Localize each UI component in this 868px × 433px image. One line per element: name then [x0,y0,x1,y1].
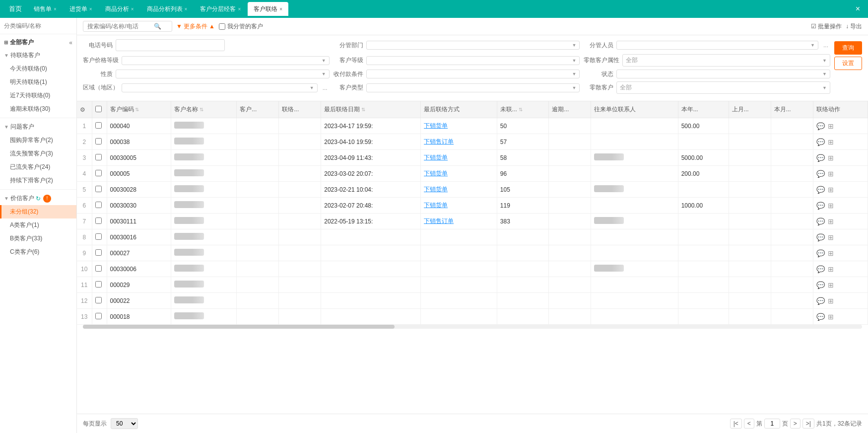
nav-tab-analysis[interactable]: 商品分析 × [99,2,140,16]
qr-icon[interactable]: ⊞ [828,265,834,273]
price-level-select[interactable]: ▼ [122,56,330,65]
refresh-icon[interactable]: ↻ [36,195,41,202]
contact-way-link[interactable]: 下销货单 [424,186,448,193]
region-select[interactable]: ▼ [122,83,318,92]
comment-icon[interactable]: 💬 [816,297,825,305]
row-checkbox[interactable] [95,313,102,319]
collapse-button[interactable]: « [69,39,72,46]
contact-way-link[interactable]: 下销货单 [424,202,448,209]
comment-icon[interactable]: 💬 [816,186,825,194]
sidebar-item-churned[interactable]: 已流失客户(24) [0,160,76,174]
col-name[interactable]: 客户名称 [171,101,237,118]
first-page-button[interactable]: |< [730,419,742,429]
select-all-checkbox[interactable] [95,106,102,112]
contact-way-link[interactable]: 下销售订单 [424,217,454,224]
comment-icon[interactable]: 💬 [816,122,825,130]
export-button[interactable]: ↓ 导出 [846,22,862,31]
sidebar-item-today-pending[interactable]: 今天待联络(0) [0,62,76,75]
row-checkbox[interactable] [95,138,102,144]
nav-tab-sales[interactable]: 销售单 × [28,2,63,16]
comment-icon[interactable]: 💬 [816,170,825,178]
row-checkbox[interactable] [95,249,102,256]
close-all-button[interactable]: × [852,4,864,13]
per-page-select[interactable]: 50 100 200 [111,418,138,429]
last-page-button[interactable]: >| [802,419,814,429]
col-code[interactable]: 客户编码 [107,101,171,118]
pending-group[interactable]: ▼ 待联络客户 [0,49,76,62]
qr-icon[interactable]: ⊞ [828,202,834,210]
filter-search-icon[interactable]: 🔍 [154,23,161,30]
gear-icon[interactable]: ⚙ [80,106,85,113]
row-checkbox[interactable] [95,202,102,208]
next-page-button[interactable]: > [790,419,801,429]
comment-icon[interactable]: 💬 [816,154,825,162]
close-icon[interactable]: × [131,6,134,12]
row-checkbox[interactable] [95,170,102,176]
my-customers-checkbox[interactable] [219,23,225,30]
close-icon[interactable]: × [279,6,282,12]
comment-icon[interactable]: 💬 [816,138,825,146]
row-checkbox[interactable] [95,122,102,129]
sidebar-search-input[interactable] [4,22,77,29]
comment-icon[interactable]: 💬 [816,313,825,321]
payment-select[interactable]: ▼ [366,70,580,78]
qr-icon[interactable]: ⊞ [828,281,834,289]
nav-tab-purchase[interactable]: 进货单 × [64,2,98,16]
all-customers-header[interactable]: ⊞ 全部客户 « [0,34,76,49]
comment-icon[interactable]: 💬 [816,233,825,241]
contact-way-link[interactable]: 下销货单 [424,154,448,161]
row-checkbox[interactable] [95,217,102,224]
sidebar-item-churn-warning[interactable]: 流失预警客户(3) [0,147,76,160]
row-checkbox[interactable] [95,281,102,288]
qr-icon[interactable]: ⊞ [828,154,834,162]
row-checkbox[interactable] [95,265,102,272]
score-group[interactable]: ▼ 价信客户 ↻ ! [0,192,76,205]
phone-input[interactable] [116,39,225,51]
manager-select[interactable]: ▼ [616,41,818,50]
qr-icon[interactable]: ⊞ [828,122,834,130]
problem-group[interactable]: ▼ 问题客户 [0,120,76,134]
more-conditions-button[interactable]: ▼ 更多条件 ▲ [176,22,215,31]
row-checkbox[interactable] [95,233,102,240]
comment-icon[interactable]: 💬 [816,281,825,289]
qr-icon[interactable]: ⊞ [828,233,834,241]
sidebar-item-ungroups[interactable]: 未分组(32) [0,205,76,218]
more-button[interactable]: ... [821,42,830,49]
customer-level-select[interactable]: ▼ [366,56,580,65]
qr-icon[interactable]: ⊞ [828,313,834,321]
retail-customer-select[interactable]: 全部 ▼ [616,81,830,94]
qr-icon[interactable]: ⊞ [828,138,834,146]
close-icon[interactable]: × [89,6,92,12]
close-icon[interactable]: × [54,6,57,12]
sidebar-item-c-class[interactable]: C类客户(6) [0,245,76,259]
close-icon[interactable]: × [238,6,241,12]
reset-button[interactable]: 设置 [834,57,862,70]
comment-icon[interactable]: 💬 [816,249,825,257]
row-checkbox[interactable] [95,186,102,192]
col-gear[interactable]: ⚙ [77,101,92,118]
query-button[interactable]: 查询 [834,41,862,55]
retail-attr-select[interactable]: 全部 ▼ [622,54,830,67]
scrollbar-thumb[interactable] [83,325,395,329]
contact-way-link[interactable]: 下销货单 [424,122,448,129]
sidebar-item-abnormal[interactable]: 囤购异常客户(2) [0,134,76,147]
customer-type-select[interactable]: ▼ [366,83,580,92]
qr-icon[interactable]: ⊞ [828,249,834,257]
nav-tab-contact[interactable]: 客户联络 × [248,2,288,16]
comment-icon[interactable]: 💬 [816,217,825,225]
comment-icon[interactable]: 💬 [816,202,825,210]
dept-select[interactable]: ▼ [366,41,580,50]
nav-tab-analysis-list[interactable]: 商品分析列表 × [141,2,194,16]
contact-way-link[interactable]: 下销售订单 [424,138,454,145]
col-not-contacted[interactable]: 未联... [497,101,549,118]
prev-page-button[interactable]: < [744,419,754,429]
qr-icon[interactable]: ⊞ [828,297,834,305]
nav-tab-segment[interactable]: 客户分层经客 × [194,2,247,16]
sidebar-item-a-class[interactable]: A类客户(1) [0,218,76,232]
filter-search-input[interactable] [87,23,152,30]
sidebar-item-declining[interactable]: 持续下滑客户(2) [0,174,76,187]
qr-icon[interactable]: ⊞ [828,186,834,194]
sidebar-item-overdue[interactable]: 逾期未联络(30) [0,102,76,116]
row-checkbox[interactable] [95,297,102,303]
contact-way-link[interactable]: 下销货单 [424,170,448,177]
